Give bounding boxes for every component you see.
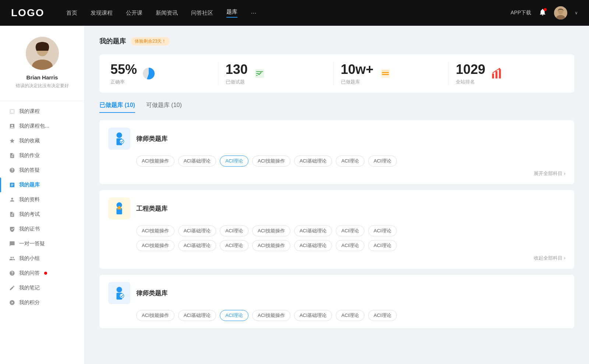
courses-icon	[9, 108, 15, 115]
sidebar-label-my-qa: 我的问答	[19, 270, 40, 276]
sidebar-item-group[interactable]: 我的小组	[0, 251, 84, 266]
sidebar-label-course-packages: 我的课程包...	[19, 123, 49, 129]
svg-rect-8	[382, 72, 389, 73]
tag[interactable]: ACI理论	[368, 225, 397, 236]
stat-done-questions: 130 已做试题	[218, 62, 334, 85]
sidebar-label-courses: 我的课程	[19, 108, 40, 115]
navbar-right: APP下载 ∨	[511, 6, 578, 19]
tag[interactable]: ACI基础理论	[178, 225, 216, 236]
svg-rect-13	[499, 69, 501, 78]
tag[interactable]: ACI技能操作	[136, 156, 174, 167]
question-bank-icon	[9, 182, 15, 188]
tag[interactable]: ACI技能操作	[252, 240, 290, 251]
nav-more[interactable]: ···	[251, 9, 256, 17]
tag[interactable]: ACI技能操作	[252, 310, 290, 321]
tag[interactable]: ACI基础理论	[178, 156, 216, 167]
points-icon	[9, 299, 15, 306]
avatar[interactable]	[554, 6, 567, 19]
sidebar-item-course-packages[interactable]: 我的课程包...	[0, 119, 84, 133]
sidebar-item-certificates[interactable]: 我的证书	[0, 222, 84, 236]
logo[interactable]: LOGO	[11, 7, 44, 19]
svg-point-15	[116, 132, 122, 138]
tag-active[interactable]: ACI理论	[220, 310, 248, 321]
qbank-card-header-lawyer-2: 律师类题库	[108, 282, 565, 304]
engineer-icon	[108, 197, 130, 220]
expand-link-lawyer-1[interactable]: 展开全部科目 ›	[108, 170, 565, 177]
sidebar-item-favorites[interactable]: 我的收藏	[0, 133, 84, 148]
tag[interactable]: ACI基础理论	[294, 156, 332, 167]
done-banks-label: 已做题库	[341, 79, 374, 85]
tag[interactable]: ACI理论	[368, 240, 397, 251]
nav-opencourse[interactable]: 公开课	[126, 10, 142, 17]
tag[interactable]: ACI理论	[220, 225, 248, 236]
sidebar-item-notes[interactable]: 我的笔记	[0, 281, 84, 295]
navbar: LOGO 首页 发现课程 公开课 新闻资讯 问答社区 题库 ··· APP下载 …	[0, 0, 589, 26]
expand-link-engineering[interactable]: 收起全部科目 ›	[108, 255, 565, 261]
sidebar-label-homework: 我的作业	[19, 152, 40, 159]
nav-home[interactable]: 首页	[66, 10, 77, 17]
tag[interactable]: ACI技能操作	[136, 310, 174, 321]
tag[interactable]: ACI基础理论	[294, 240, 332, 251]
accuracy-label: 正确率	[110, 79, 137, 85]
rank-value: 1029	[456, 62, 485, 77]
tag-row-engineering-2: ACI技能操作 ACI基础理论 ACI理论 ACI技能操作 ACI基础理论 AC…	[108, 240, 565, 251]
done-banks-value: 10w+	[341, 62, 374, 77]
done-questions-icon	[253, 67, 266, 80]
tag[interactable]: ACI理论	[368, 310, 397, 321]
sidebar-item-exams[interactable]: 我的考试	[0, 207, 84, 222]
nav-menu: 首页 发现课程 公开课 新闻资讯 问答社区 题库 ···	[66, 8, 511, 18]
rank-icon	[490, 67, 504, 80]
accuracy-icon	[142, 67, 155, 80]
app-download-link[interactable]: APP下载	[511, 10, 531, 16]
user-menu-chevron[interactable]: ∨	[575, 10, 578, 15]
profile-avatar	[26, 37, 59, 70]
sidebar-item-points[interactable]: 我的积分	[0, 295, 84, 310]
tab-done[interactable]: 已做题库 (10)	[99, 101, 135, 113]
tag[interactable]: ACI技能操作	[136, 240, 174, 251]
tag[interactable]: ACI理论	[336, 240, 364, 251]
main-content: 我的题库 体验剩余23天！ 55% 正确率 130 已做试题	[85, 26, 589, 364]
sidebar-username: Brian Harris	[27, 74, 58, 81]
tag[interactable]: ACI基础理论	[178, 310, 216, 321]
tag-active[interactable]: ACI理论	[220, 156, 248, 167]
sidebar-label-question-bank: 我的题库	[19, 182, 40, 188]
sidebar-item-profile[interactable]: 我的资料	[0, 192, 84, 207]
sidebar-label-certificates: 我的证书	[19, 226, 40, 232]
rank-label: 全站排名	[456, 79, 485, 85]
sidebar-item-my-questions[interactable]: 我的答疑	[0, 163, 84, 178]
sidebar-item-question-bank[interactable]: 我的题库	[0, 178, 84, 192]
stats-row: 55% 正确率 130 已做试题	[99, 54, 574, 93]
tab-todo[interactable]: 可做题库 (10)	[146, 101, 182, 113]
homework-icon	[9, 152, 15, 159]
group-icon	[9, 255, 15, 262]
sidebar-item-courses[interactable]: 我的课程	[0, 104, 84, 119]
svg-rect-12	[495, 71, 497, 78]
page-title: 我的题库	[99, 37, 126, 46]
tag[interactable]: ACI基础理论	[294, 225, 332, 236]
svg-rect-21	[118, 206, 120, 207]
nav-discover[interactable]: 发现课程	[91, 10, 113, 17]
tag[interactable]: ACI理论	[336, 310, 364, 321]
sidebar-label-favorites: 我的收藏	[19, 138, 40, 144]
sidebar-item-one-on-one[interactable]: 一对一答疑	[0, 236, 84, 251]
nav-qa[interactable]: 问答社区	[191, 10, 213, 17]
nav-news[interactable]: 新闻资讯	[156, 10, 178, 17]
tag[interactable]: ACI基础理论	[294, 310, 332, 321]
svg-rect-10	[382, 71, 389, 71]
tag[interactable]: ACI技能操作	[136, 225, 174, 236]
stat-rank: 1029 全站排名	[448, 62, 563, 85]
tag[interactable]: ACI理论	[336, 156, 364, 167]
tag[interactable]: ACI技能操作	[252, 156, 290, 167]
course-packages-icon	[9, 123, 15, 129]
nav-qbank[interactable]: 题库	[226, 8, 237, 18]
notification-bell[interactable]	[539, 8, 547, 18]
sidebar-item-homework[interactable]: 我的作业	[0, 148, 84, 163]
tag[interactable]: ACI基础理论	[178, 240, 216, 251]
tag[interactable]: ACI理论	[368, 156, 397, 167]
qbank-card-header-lawyer-1: 律师类题库	[108, 128, 565, 150]
tag[interactable]: ACI理论	[336, 225, 364, 236]
page-header: 我的题库 体验剩余23天！	[99, 37, 574, 46]
sidebar-item-my-qa[interactable]: 我的问答	[0, 266, 84, 281]
tag[interactable]: ACI技能操作	[252, 225, 290, 236]
tag[interactable]: ACI理论	[220, 240, 248, 251]
